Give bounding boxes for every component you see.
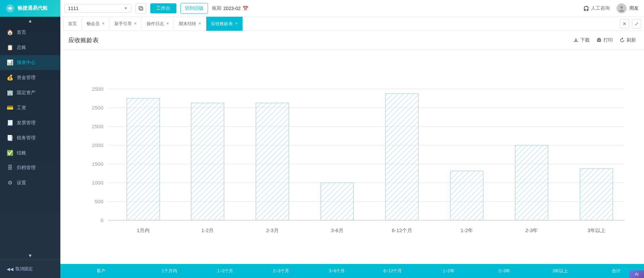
sidebar-item-settle[interactable]: ✅ 结账	[0, 145, 60, 160]
svg-text:3-6月: 3-6月	[331, 227, 343, 233]
bar-1月内	[127, 98, 160, 220]
tab-period-end[interactable]: 期末结转 ✕	[174, 17, 206, 31]
sidebar-item-salary[interactable]: 💳 工资	[0, 100, 60, 115]
bar-chart: 2500 2500 2500 2000 1500 1000 500 0	[70, 57, 634, 257]
print-label: 打印	[603, 37, 613, 43]
copy-button[interactable]	[136, 3, 146, 14]
tab-close-ar-aging[interactable]: ✕	[235, 21, 238, 26]
ai-label: Ai	[635, 272, 639, 277]
tab-close-member[interactable]: ✕	[102, 21, 105, 26]
sidebar-item-funds[interactable]: 💰 资金管理	[0, 70, 60, 85]
sidebar: ▲ 🏠 首页 📋 总账 📊 报表中心 💰 资金管理 🏢 固定资产	[0, 17, 60, 278]
settings-icon: ⚙	[7, 180, 13, 186]
download-button[interactable]: 下载	[573, 37, 590, 43]
tab-label-home: 首页	[68, 21, 77, 27]
refresh-icon	[620, 38, 625, 43]
svg-text:2-3月: 2-3月	[266, 227, 278, 233]
download-icon	[573, 38, 579, 43]
report-icon: 📊	[7, 59, 13, 66]
print-icon	[596, 38, 602, 43]
tab-home[interactable]: 首页	[63, 17, 82, 31]
tab-close-period-end[interactable]: ✕	[198, 21, 201, 26]
header-right: 🎧 人工咨询 用友	[583, 3, 639, 13]
tab-close-oplog[interactable]: ✕	[166, 21, 169, 26]
sidebar-item-tax[interactable]: 📑 税务管理	[0, 130, 60, 145]
sidebar-label-archive: 归档管理	[17, 165, 36, 171]
tab-close-guide[interactable]: ✕	[134, 21, 137, 26]
svg-rect-2	[139, 6, 142, 9]
consult-label: 人工咨询	[591, 5, 610, 11]
col-1-2month: 1~2个月	[197, 268, 253, 274]
sidebar-item-home[interactable]: 🏠 首页	[0, 25, 60, 40]
sidebar-item-assets[interactable]: 🏢 固定资产	[0, 85, 60, 100]
svg-point-3	[620, 6, 623, 9]
col-1-2year: 1~2年	[421, 268, 476, 274]
col-customer: 客户	[60, 268, 142, 274]
ledger-icon: 📋	[7, 44, 13, 51]
sidebar-label-tax: 税务管理	[17, 135, 36, 141]
col-2-3year: 2~3年	[477, 268, 532, 274]
svg-text:2500: 2500	[92, 86, 103, 92]
svg-text:1-2年: 1-2年	[461, 227, 473, 233]
settle-icon: ✅	[7, 150, 13, 156]
scroll-down-button[interactable]: ▼	[0, 252, 60, 260]
consult-button[interactable]: 🎧 人工咨询	[583, 5, 610, 11]
svg-point-4	[619, 10, 624, 12]
archive-icon: 🗄	[7, 165, 13, 171]
print-button[interactable]: 打印	[596, 37, 613, 43]
ai-badge[interactable]: Ai	[629, 270, 644, 278]
period-value: 2023-02	[223, 6, 240, 11]
sidebar-bottom: ◀◀ 取消固定	[0, 260, 60, 278]
workbench-button[interactable]: 工作台	[150, 3, 176, 13]
sidebar-item-ledger[interactable]: 📋 总账	[0, 40, 60, 55]
svg-text:1500: 1500	[92, 161, 103, 167]
chevron-down-icon: ▼	[124, 6, 128, 11]
tab-label-guide: 新手引导	[114, 21, 132, 27]
tab-ar-aging[interactable]: 应收账龄表 ✕	[206, 17, 243, 31]
logo-area: 畅捷通易代账	[0, 0, 60, 17]
svg-text:2-3年: 2-3年	[525, 227, 538, 233]
svg-text:500: 500	[95, 199, 103, 204]
logo-icon	[5, 4, 15, 13]
salary-icon: 💳	[7, 105, 13, 111]
bar-6-12个月	[385, 94, 418, 220]
calendar-icon[interactable]: 📅	[243, 6, 248, 11]
sidebar-item-archive[interactable]: 🗄 归档管理	[0, 160, 60, 175]
tab-guide[interactable]: 新手引导 ✕	[110, 17, 142, 31]
scroll-up-button[interactable]: ▲	[0, 17, 60, 25]
tab-oplog[interactable]: 操作日志 ✕	[142, 17, 174, 31]
bar-2-3年	[515, 145, 548, 220]
period-label: 账期	[212, 5, 221, 11]
svg-text:1000: 1000	[92, 180, 103, 186]
headset-icon: 🎧	[583, 6, 589, 11]
switch-version-button[interactable]: 切到旧版	[180, 3, 208, 14]
logo-text: 畅捷通易代账	[17, 5, 48, 11]
svg-text:1月内: 1月内	[137, 227, 150, 233]
sidebar-label-funds: 资金管理	[17, 75, 36, 81]
sidebar-scroll: 🏠 首页 📋 总账 📊 报表中心 💰 资金管理 🏢 固定资产 💳 工资	[0, 25, 60, 252]
main-layout: ▲ 🏠 首页 📋 总账 📊 报表中心 💰 资金管理 🏢 固定资产	[0, 17, 644, 278]
company-selector[interactable]: 1111 ▼	[64, 4, 131, 13]
page-header: 应收账龄表 下载 打印	[60, 31, 644, 50]
svg-rect-7	[598, 41, 600, 42]
sidebar-label-salary: 工资	[17, 105, 26, 111]
bar-1-2月	[191, 103, 224, 220]
top-header: 畅捷通易代账 1111 ▼ 工作台 切到旧版 账期 2023-02 📅 🎧 人工…	[0, 0, 644, 17]
page-actions: 下载 打印	[573, 37, 636, 43]
sidebar-label-ledger: 总账	[17, 45, 26, 51]
refresh-button[interactable]: 刷新	[620, 37, 636, 43]
sidebar-item-settings[interactable]: ⚙ 设置	[0, 175, 60, 190]
user-area[interactable]: 用友	[616, 3, 639, 13]
page-content: 应收账龄表 下载 打印	[60, 31, 644, 278]
sidebar-label-settings: 设置	[17, 180, 26, 186]
pin-icon: ◀◀	[7, 267, 13, 272]
download-label: 下载	[580, 37, 590, 43]
svg-rect-6	[598, 38, 600, 40]
sidebar-item-report[interactable]: 📊 报表中心	[0, 55, 60, 70]
maximize-button[interactable]: ⤢	[632, 19, 641, 28]
sidebar-item-invoice[interactable]: 🧾 发票管理	[0, 115, 60, 130]
close-tab-button[interactable]: ✕	[620, 19, 629, 28]
sidebar-label-settle: 结账	[17, 150, 26, 156]
tab-member[interactable]: 畅会员 ✕	[82, 17, 110, 31]
cancel-fixed-button[interactable]: ◀◀ 取消固定	[5, 263, 55, 275]
